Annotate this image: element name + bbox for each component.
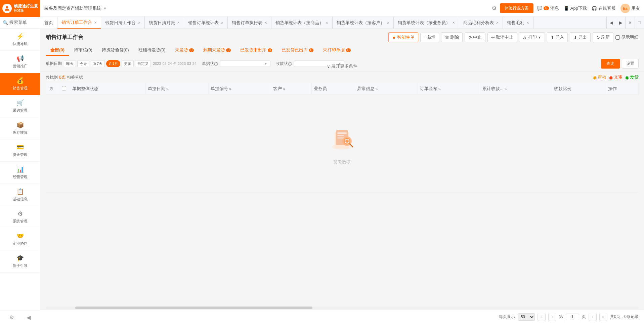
tab-sales-stats[interactable]: 销售订单统计表 ✕	[184, 17, 228, 29]
status-select[interactable]: ▼	[220, 60, 270, 67]
sub-tab-overdue[interactable]: 到期未发货 0	[199, 45, 235, 56]
date-btn-today[interactable]: 今天	[77, 60, 89, 67]
show-detail-checkbox[interactable]	[615, 35, 620, 40]
sidebar-item-system[interactable]: ⚙ 系统管理	[0, 206, 40, 228]
app-download-btn[interactable]: 📱 App下载	[564, 5, 587, 11]
print-btn[interactable]: 🖨 打印 ▼	[519, 32, 545, 42]
col-number[interactable]: 单据编号⇅	[208, 83, 271, 95]
sub-tab-shipped-not-out[interactable]: 已发货未出库 0	[235, 45, 277, 56]
date-btn-more[interactable]: 更多	[122, 60, 134, 67]
select-all-checkbox[interactable]	[62, 86, 66, 90]
col-collected[interactable]: 累计收款...⇅	[480, 83, 552, 95]
sidebar-item-enterprise[interactable]: 🤝 企业协同	[0, 228, 40, 250]
sidebar-item-finance[interactable]: 💳 资金管理	[0, 139, 40, 162]
quick-audit-btn[interactable]: ◉ 审核	[593, 74, 606, 80]
collapse-icon[interactable]: ◀	[27, 314, 31, 321]
col-abnormal[interactable]: 异常信息⇅	[355, 83, 418, 95]
dropdown-arrow-icon[interactable]: ▼	[103, 6, 107, 10]
tab-cash-daily[interactable]: 钱货日清工作台 ✕	[101, 17, 145, 29]
horizontal-scrollbar[interactable]	[46, 307, 639, 309]
per-page-select[interactable]: 10 20 50 100	[518, 313, 535, 321]
search-menu[interactable]: 🔍 搜索菜单	[0, 17, 40, 29]
online-service-btn[interactable]: 🎧 在线客服	[592, 5, 616, 11]
tab-sales-stats-customer[interactable]: 销货单统计表（按客户） ✕	[333, 17, 394, 29]
tab-cash-reconcile[interactable]: 钱货日清对账 ✕	[145, 17, 184, 29]
tab-close-icon[interactable]: ✕	[496, 21, 499, 25]
add-btn[interactable]: + 新增	[420, 33, 439, 42]
sidebar-item-sales[interactable]: 💰 销售管理	[0, 73, 40, 95]
next-page-btn[interactable]: ›	[589, 313, 597, 321]
set-btn[interactable]: 设置	[622, 59, 639, 69]
tab-sales-stats-product[interactable]: 销货单统计表（按商品） ✕	[271, 17, 333, 29]
sub-tab-not-shipped[interactable]: 未发货 0	[170, 45, 199, 56]
prev-page-btn[interactable]: ‹	[548, 313, 556, 321]
tab-gross-profit[interactable]: 商品毛利分析表 ✕	[459, 17, 503, 29]
tab-close-icon[interactable]: ✕	[264, 21, 267, 25]
tab-close-icon[interactable]: ✕	[452, 21, 455, 25]
tab-close-icon[interactable]: ✕	[138, 21, 140, 25]
import-btn[interactable]: ⬆ 导入	[547, 32, 568, 42]
date-btn-1month[interactable]: 近1月	[106, 60, 120, 67]
summary-text: 共找到 0条 相关单据	[46, 74, 83, 80]
tab-close-icon[interactable]: ✕	[387, 21, 389, 25]
settings-topbar-icon[interactable]: ⚙	[492, 5, 497, 11]
sub-tab-pending-inspect[interactable]: 待拣货验货(0)	[97, 45, 134, 56]
tabs-close-all-btn[interactable]: ✕	[625, 17, 635, 29]
stop-btn[interactable]: ⊘ 中止	[465, 32, 485, 42]
col-staff[interactable]: 业务员	[312, 83, 355, 95]
tab-home[interactable]: 首页	[40, 17, 57, 29]
sidebar-item-operations[interactable]: 📊 经营管理	[0, 162, 40, 184]
user-area[interactable]: Ea 用友	[620, 4, 640, 13]
sidebar-item-purchase[interactable]: 🛒 采购管理	[0, 95, 40, 117]
tab-sales-stats-staff[interactable]: 销货单统计表（按业务员） ✕	[394, 17, 459, 29]
date-btn-7days[interactable]: 近7天	[91, 60, 105, 67]
tab-close-icon[interactable]: ✕	[94, 21, 97, 24]
tabs-next-btn[interactable]: ▶	[616, 17, 625, 29]
sidebar-item-label: 库存核算	[13, 130, 28, 135]
main-area: 装备及固定资产辅助管理系统 ▼ ⚙ 体验行业方案 💬 6 消息 📱 App下载 …	[40, 0, 644, 324]
sidebar-item-quick-nav[interactable]: ⚡ 快捷导航	[0, 29, 40, 51]
tab-close-icon[interactable]: ✕	[221, 21, 223, 25]
sidebar-item-inventory[interactable]: 📦 库存核算	[0, 117, 40, 139]
date-btn-yesterday[interactable]: 昨天	[64, 60, 76, 67]
sub-tab-shipped-out[interactable]: 已发货已出库 0	[277, 45, 318, 56]
page-input[interactable]	[566, 314, 579, 320]
last-page-btn[interactable]: »	[599, 313, 607, 321]
col-customer[interactable]: 客户⇅	[271, 83, 312, 95]
export-btn[interactable]: ⬇ 导出	[570, 32, 591, 42]
tab-close-icon[interactable]: ✕	[177, 21, 180, 25]
sub-tab-not-printed[interactable]: 未打印单据 0	[318, 45, 355, 56]
col-date[interactable]: 单据日期⇅	[146, 83, 208, 95]
expand-btn[interactable]: ∨ 展开更多条件	[327, 63, 357, 69]
settings-icon[interactable]: ⚙	[9, 314, 14, 321]
tab-close-icon[interactable]: ✕	[526, 21, 529, 25]
first-page-btn[interactable]: «	[538, 313, 546, 321]
tabs-expand-btn[interactable]: □	[635, 17, 644, 29]
query-btn[interactable]: 查询	[601, 59, 620, 69]
col-gear-icon[interactable]: ⚙	[49, 86, 54, 91]
smart-create-btn[interactable]: ★ 智能生单	[388, 32, 418, 42]
tab-sales-exec[interactable]: 销售订单执行表 ✕	[228, 17, 271, 29]
quick-ship-btn[interactable]: ◉ 发货	[625, 74, 639, 80]
delete-btn[interactable]: 🗑 删除	[441, 32, 463, 42]
tab-close-icon[interactable]: ✕	[326, 21, 328, 25]
sub-tab-wangpu[interactable]: 旺铺待发货(0)	[134, 45, 170, 56]
col-amount[interactable]: 订单金额⇅	[418, 83, 480, 95]
tabs-prev-btn[interactable]: ◀	[606, 17, 616, 29]
sidebar-item-marketing[interactable]: 📢 营销推广	[0, 51, 40, 73]
status-filter-label: 单据状态	[202, 61, 218, 67]
quick-abandon-btn[interactable]: ◉ 充审	[609, 74, 622, 80]
tab-sales-workbench[interactable]: 销售订单工作台 ✕	[57, 17, 101, 29]
scrollbar-thumb[interactable]	[75, 307, 312, 309]
sub-tab-all[interactable]: 全部(0)	[46, 45, 69, 56]
sidebar-item-basic-info[interactable]: 📋 基础信息	[0, 184, 40, 206]
industry-btn[interactable]: 体验行业方案	[500, 3, 533, 13]
tab-sales-more[interactable]: 销售毛利 ✕	[503, 17, 533, 29]
show-detail-toggle[interactable]: 显示明细	[615, 34, 639, 40]
cancel-stop-btn[interactable]: ↩ 取消中止	[487, 32, 517, 42]
sub-tab-pending-review[interactable]: 待审核(0)	[69, 45, 97, 56]
date-btn-custom[interactable]: 自定义	[135, 60, 151, 67]
messages-btn[interactable]: 💬 6 消息	[537, 5, 559, 11]
sidebar-item-guide[interactable]: 🎓 新手引导	[0, 250, 40, 273]
refresh-btn[interactable]: ↻ 刷新	[593, 32, 613, 42]
